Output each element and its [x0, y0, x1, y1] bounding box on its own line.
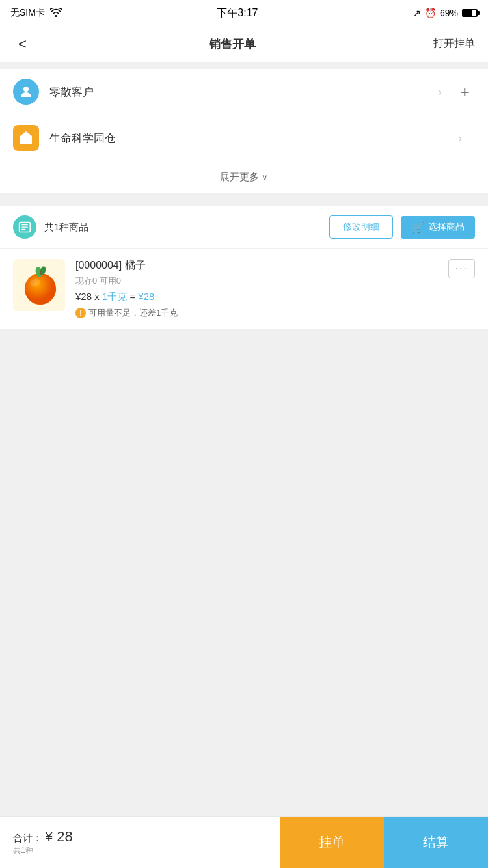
total-count: 共1种: [13, 845, 267, 856]
customer-name: 零散客户: [49, 85, 438, 100]
back-button[interactable]: <: [13, 31, 32, 58]
equals-sign: =: [129, 291, 135, 302]
battery-percent: 69%: [440, 8, 458, 18]
product-title: 橘子: [125, 260, 146, 271]
total-label: 合计：: [13, 832, 42, 845]
multiply-sign: x: [94, 291, 100, 302]
expand-more-label: 展开更多: [220, 171, 259, 183]
edit-detail-button[interactable]: 修改明细: [329, 215, 393, 239]
warehouse-row[interactable]: 生命科学园仓 ›: [0, 115, 488, 161]
product-price-line: ¥28 x 1千克 = ¥28: [75, 291, 448, 303]
product-stock: 现存0 可用0: [75, 275, 448, 287]
orange-fruit-image: [16, 262, 62, 308]
product-count-icon: [13, 215, 36, 239]
status-left: 无SIM卡: [10, 7, 62, 19]
open-pending-button[interactable]: 打开挂单: [433, 37, 475, 51]
location-icon: ↗: [413, 8, 421, 18]
product-header: 共1种商品 修改明细 🛒 选择商品: [0, 206, 488, 249]
hang-bill-button[interactable]: 挂单: [280, 817, 384, 869]
select-product-button[interactable]: 🛒 选择商品: [401, 216, 475, 239]
status-bar: 无SIM卡 下午3:17 ↗ ⏰ 69%: [0, 0, 488, 26]
status-time: 下午3:17: [217, 7, 258, 20]
warehouse-chevron-icon: ›: [458, 131, 462, 145]
product-quantity: 1千克: [102, 291, 127, 302]
section-gap-2: [0, 193, 488, 200]
product-total: ¥28: [138, 291, 154, 302]
carrier-label: 无SIM卡: [10, 7, 45, 19]
warehouse-name: 生命科学园仓: [49, 131, 458, 146]
warning-icon: !: [75, 308, 86, 318]
bottom-bar: 合计： ¥ 28 共1种 挂单 结算: [0, 816, 488, 868]
battery-icon: [462, 9, 478, 17]
section-gap-1: [0, 62, 488, 69]
customer-row[interactable]: 零散客户 › +: [0, 69, 488, 115]
wifi-icon: [50, 8, 62, 19]
customer-avatar: [13, 79, 39, 105]
product-info: [0000004] 橘子 现存0 可用0 ¥28 x 1千克 = ¥28 ! 可…: [75, 259, 448, 319]
product-count-text: 共1种商品: [44, 221, 321, 234]
product-price: ¥28: [75, 291, 92, 302]
product-warning: ! 可用量不足，还差1千克: [75, 307, 448, 319]
product-more-button[interactable]: ···: [448, 259, 475, 278]
warning-text: 可用量不足，还差1千克: [88, 307, 178, 319]
select-product-label: 选择商品: [428, 221, 465, 233]
page-title: 销售开单: [209, 36, 256, 52]
total-amount: ¥ 28: [45, 828, 73, 845]
nav-bar: < 销售开单 打开挂单: [0, 26, 488, 62]
total-area: 合计： ¥ 28 共1种: [0, 822, 280, 863]
main-content-area: [0, 329, 488, 629]
warehouse-icon: [13, 125, 39, 151]
add-customer-button[interactable]: +: [455, 79, 475, 105]
svg-point-0: [23, 87, 29, 92]
svg-rect-1: [24, 139, 28, 144]
checkout-button[interactable]: 结算: [384, 817, 488, 869]
product-item: [0000004] 橘子 现存0 可用0 ¥28 x 1千克 = ¥28 ! 可…: [0, 249, 488, 329]
svg-rect-8: [40, 271, 41, 275]
expand-arrow-icon: ∨: [262, 172, 268, 182]
expand-more-row[interactable]: 展开更多 ∨: [0, 161, 488, 193]
cart-icon: 🛒: [411, 221, 424, 234]
customer-chevron-icon: ›: [438, 85, 442, 99]
product-section: 共1种商品 修改明细 🛒 选择商品: [0, 206, 488, 329]
product-name: [0000004] 橘子: [75, 259, 448, 273]
status-right: ↗ ⏰ 69%: [413, 8, 478, 18]
alarm-icon: ⏰: [425, 8, 436, 18]
product-image: [13, 259, 65, 311]
product-code: [0000004]: [75, 260, 122, 271]
